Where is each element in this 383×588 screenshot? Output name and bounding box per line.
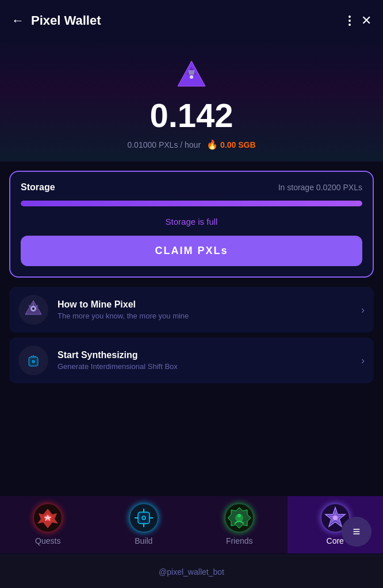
hero-amount: 0.142 bbox=[12, 99, 371, 132]
hero-section: 0.142 0.01000 PXLs / hour 🔥 0.00 SGB bbox=[0, 41, 383, 162]
build-label: Build bbox=[135, 536, 152, 545]
quests-label: Quests bbox=[35, 536, 60, 545]
menu-icon: ≡ bbox=[353, 525, 361, 538]
nav-item-build[interactable]: Build bbox=[96, 496, 192, 554]
svg-point-14 bbox=[32, 360, 35, 363]
storage-label: Storage bbox=[21, 182, 55, 193]
page-title: Pixel Wallet bbox=[31, 13, 101, 28]
synth-text: Start Synthesizing Generate Interdimensi… bbox=[58, 350, 352, 371]
storage-card: Storage In storage 0.0200 PXLs Storage i… bbox=[9, 171, 374, 278]
more-button[interactable] bbox=[348, 16, 351, 26]
fab-button[interactable]: ≡ bbox=[342, 517, 371, 547]
footer: @pixel_wallet_bot bbox=[0, 555, 383, 588]
core-label: Core bbox=[327, 536, 344, 545]
svg-point-34 bbox=[238, 514, 241, 517]
mine-pixel-desc: The more you know, the more you mine bbox=[58, 312, 352, 320]
svg-point-7 bbox=[32, 308, 35, 310]
friends-icon bbox=[224, 503, 254, 533]
svg-point-38 bbox=[333, 516, 338, 520]
close-button[interactable]: ✕ bbox=[361, 13, 371, 28]
synth-desc: Generate Interdimensional Shift Box bbox=[58, 362, 352, 371]
svg-point-26 bbox=[143, 517, 145, 519]
mine-pixel-icon bbox=[18, 295, 48, 325]
list-item-mine[interactable]: How to Mine Pixel The more you know, the… bbox=[9, 287, 374, 333]
storage-header: Storage In storage 0.0200 PXLs bbox=[21, 182, 362, 193]
bottom-nav: Quests Build Friends bbox=[0, 496, 383, 554]
storage-amount: In storage 0.0200 PXLs bbox=[278, 183, 362, 192]
synth-icon bbox=[18, 345, 48, 375]
fire-icon: 🔥 bbox=[206, 139, 218, 150]
hero-icon bbox=[12, 59, 371, 93]
back-button[interactable]: ← bbox=[12, 13, 24, 28]
nav-item-quests[interactable]: Quests bbox=[0, 496, 96, 554]
footer-text: @pixel_wallet_bot bbox=[159, 567, 224, 577]
quests-icon bbox=[33, 503, 63, 533]
mine-pixel-arrow: › bbox=[361, 304, 365, 316]
header-left: ← Pixel Wallet bbox=[12, 13, 101, 28]
progress-bar-fill bbox=[21, 201, 362, 206]
friends-label: Friends bbox=[226, 536, 253, 545]
synth-title: Start Synthesizing bbox=[58, 350, 352, 360]
nav-item-friends[interactable]: Friends bbox=[192, 496, 288, 554]
claim-button[interactable]: CLAIM PXLs bbox=[21, 236, 362, 266]
header: ← Pixel Wallet ✕ bbox=[0, 0, 383, 41]
svg-point-2 bbox=[190, 75, 193, 79]
progress-bar-background bbox=[21, 201, 362, 206]
sgb-amount: 🔥 0.00 SGB bbox=[206, 139, 255, 150]
mine-pixel-title: How to Mine Pixel bbox=[58, 299, 352, 310]
list-item-synth[interactable]: Start Synthesizing Generate Interdimensi… bbox=[9, 337, 374, 383]
build-icon bbox=[129, 503, 159, 533]
header-right: ✕ bbox=[348, 13, 371, 28]
mining-rate: 0.01000 PXLs / hour bbox=[127, 140, 201, 149]
storage-full-text: Storage is full bbox=[21, 217, 362, 226]
synth-arrow: › bbox=[361, 355, 365, 367]
hero-subtitle: 0.01000 PXLs / hour 🔥 0.00 SGB bbox=[12, 139, 371, 150]
mine-pixel-text: How to Mine Pixel The more you know, the… bbox=[58, 299, 352, 320]
list-section: How to Mine Pixel The more you know, the… bbox=[9, 287, 374, 383]
